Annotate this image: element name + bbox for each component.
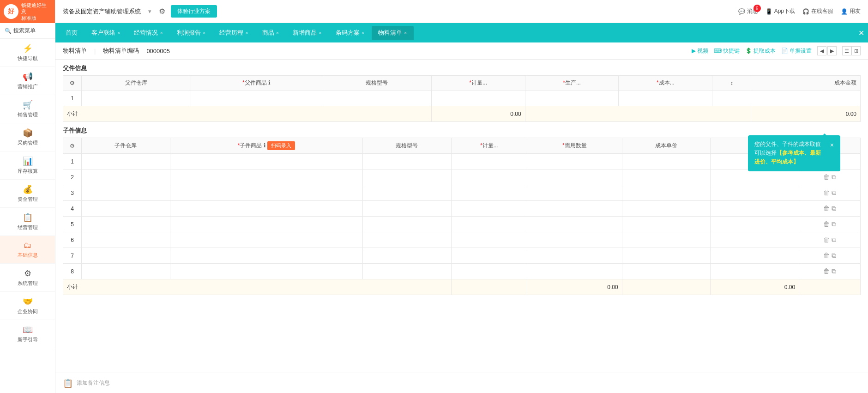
child-cell-spec-1[interactable]	[362, 154, 451, 169]
child-cell-measure-6[interactable]	[451, 232, 527, 248]
parent-cell-amount[interactable]	[751, 91, 861, 106]
child-cell-measure-2[interactable]	[451, 169, 527, 185]
child-cell-spec-4[interactable]	[362, 201, 451, 217]
sidebar-item-cooperation[interactable]: 🤝企业协同	[0, 292, 55, 320]
child-cell-amount-6[interactable]	[711, 232, 799, 248]
child-cell-warehouse-4[interactable]	[82, 201, 170, 217]
nav-tab-close-3[interactable]: ×	[203, 30, 205, 36]
child-cell-amount-7[interactable]	[711, 248, 799, 264]
child-cell-product-8[interactable]	[170, 264, 362, 279]
child-cell-qty-4[interactable]	[527, 201, 622, 217]
nav-tab-6[interactable]: 新增商品 ×	[286, 26, 328, 40]
child-cell-amount-8[interactable]	[711, 264, 799, 279]
trial-button[interactable]: 体验行业方案	[171, 5, 217, 18]
settings-icon[interactable]: ⚙	[159, 7, 165, 16]
scan-input-button[interactable]: 扫码录入	[267, 141, 295, 150]
tooltip-close-button[interactable]: ×	[830, 140, 834, 150]
delete-icon-3[interactable]: 🗑	[823, 189, 830, 197]
sub-header-tab1[interactable]: 物料清单	[63, 47, 87, 55]
child-cell-warehouse-1[interactable]	[82, 154, 170, 169]
online-service-button[interactable]: 🎧 在线客服	[802, 7, 833, 15]
copy-icon-4[interactable]: ⧉	[832, 205, 836, 212]
child-cell-unitcost-4[interactable]	[622, 201, 711, 217]
child-cell-amount-3[interactable]	[711, 185, 799, 201]
nav-tab-1[interactable]: 客户联络 ×	[85, 26, 127, 40]
child-cell-warehouse-7[interactable]	[82, 248, 170, 264]
parent-cell-warehouse[interactable]	[82, 91, 191, 106]
child-cell-spec-2[interactable]	[362, 169, 451, 185]
child-col-settings[interactable]: ⚙	[63, 138, 82, 154]
add-note-icon[interactable]: 📋	[63, 378, 73, 388]
list-view-button[interactable]: ☰	[842, 46, 851, 55]
child-cell-unitcost-5[interactable]	[622, 217, 711, 232]
user-avatar[interactable]: 👤 用友	[841, 7, 861, 15]
child-cell-spec-3[interactable]	[362, 185, 451, 201]
child-cell-measure-3[interactable]	[451, 185, 527, 201]
sidebar-item-purchase[interactable]: 📦采购管理	[0, 123, 55, 151]
add-note-label[interactable]: 添加备注信息	[77, 379, 110, 387]
delete-icon-6[interactable]: 🗑	[823, 236, 830, 244]
extract-cost-button[interactable]: 💲 提取成本	[745, 47, 776, 55]
child-cell-spec-5[interactable]	[362, 217, 451, 232]
nav-tab-3[interactable]: 利润报告 ×	[170, 26, 212, 40]
sidebar-item-guide[interactable]: 📖新手引导	[0, 320, 55, 348]
delete-icon-8[interactable]: 🗑	[823, 267, 830, 275]
child-cell-product-4[interactable]	[170, 201, 362, 217]
copy-icon-3[interactable]: ⧉	[832, 189, 836, 197]
app-download-button[interactable]: 📱 App下载	[766, 7, 795, 15]
child-cell-product-3[interactable]	[170, 185, 362, 201]
parent-col-settings[interactable]: ⚙	[63, 76, 82, 91]
sidebar-item-sales[interactable]: 🛒销售管理	[0, 95, 55, 123]
child-cell-spec-8[interactable]	[362, 264, 451, 279]
message-button[interactable]: 💬 6 消息	[738, 7, 758, 15]
child-cell-unitcost-1[interactable]	[622, 154, 711, 169]
delete-icon-4[interactable]: 🗑	[823, 205, 830, 212]
nav-tab-5[interactable]: 商品 ×	[256, 26, 285, 40]
shortcut-button[interactable]: ⌨ 快捷键	[714, 47, 740, 55]
sidebar-item-marketing[interactable]: 📢营销推广	[0, 67, 55, 95]
nav-tab-close-4[interactable]: ×	[245, 30, 248, 36]
bill-settings-button[interactable]: 📄 单据设置	[781, 47, 812, 55]
nav-tab-8[interactable]: 物料清单 ×	[372, 26, 413, 40]
parent-cell-measure[interactable]	[431, 91, 525, 106]
child-cell-unitcost-7[interactable]	[622, 248, 711, 264]
copy-icon-5[interactable]: ⧉	[832, 220, 836, 228]
child-cell-amount-2[interactable]	[711, 169, 799, 185]
delete-icon-5[interactable]: 🗑	[823, 220, 830, 228]
prev-arrow[interactable]: ◀	[817, 46, 826, 55]
parent-cell-cost[interactable]	[619, 91, 712, 106]
next-arrow[interactable]: ▶	[827, 46, 837, 55]
child-cell-qty-5[interactable]	[527, 217, 622, 232]
card-view-button[interactable]: ⊞	[851, 46, 861, 55]
child-cell-measure-5[interactable]	[451, 217, 527, 232]
copy-icon-7[interactable]: ⧉	[832, 252, 836, 260]
sidebar-item-operations[interactable]: 📋经营管理	[0, 208, 55, 236]
sidebar-item-system[interactable]: ⚙系统管理	[0, 264, 55, 292]
view-video-button[interactable]: ▶ 视频	[692, 47, 708, 55]
child-cell-warehouse-6[interactable]	[82, 232, 170, 248]
parent-cell-product[interactable]	[191, 91, 322, 106]
nav-tab-7[interactable]: 条码方案 ×	[329, 26, 371, 40]
search-menu[interactable]: 🔍 搜索菜单	[0, 23, 55, 39]
child-cell-warehouse-8[interactable]	[82, 264, 170, 279]
nav-tab-close-5[interactable]: ×	[276, 30, 279, 36]
child-cell-measure-1[interactable]	[451, 154, 527, 169]
child-cell-product-1[interactable]	[170, 154, 362, 169]
child-cell-product-6[interactable]	[170, 232, 362, 248]
child-cell-warehouse-3[interactable]	[82, 185, 170, 201]
child-cell-qty-2[interactable]	[527, 169, 622, 185]
child-cell-unitcost-3[interactable]	[622, 185, 711, 201]
copy-icon-6[interactable]: ⧉	[832, 236, 836, 244]
nav-tab-0[interactable]: 首页	[59, 26, 84, 40]
sidebar-item-quick-nav[interactable]: ⚡快捷导航	[0, 39, 55, 67]
child-cell-qty-8[interactable]	[527, 264, 622, 279]
copy-icon-2[interactable]: ⧉	[832, 173, 836, 181]
child-cell-qty-6[interactable]	[527, 232, 622, 248]
nav-tab-close-1[interactable]: ×	[117, 30, 120, 36]
child-cell-qty-3[interactable]	[527, 185, 622, 201]
child-cell-qty-7[interactable]	[527, 248, 622, 264]
child-cell-unitcost-6[interactable]	[622, 232, 711, 248]
child-cell-product-7[interactable]	[170, 248, 362, 264]
nav-tab-close-6[interactable]: ×	[319, 30, 321, 36]
delete-icon-7[interactable]: 🗑	[823, 252, 830, 260]
